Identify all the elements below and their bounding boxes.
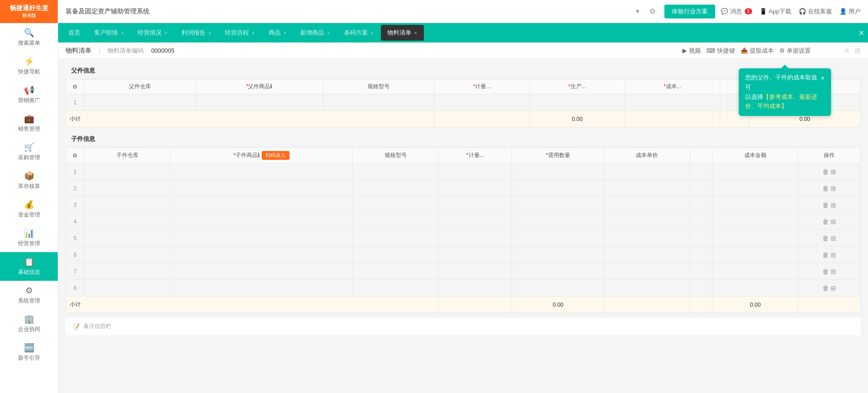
child-spec-3[interactable] xyxy=(353,197,439,213)
nav-tab-2[interactable]: 经营情况× xyxy=(131,25,174,41)
parent-production-1[interactable] xyxy=(530,94,625,111)
child-product-6[interactable] xyxy=(170,247,353,263)
nav-tab-close-5[interactable]: × xyxy=(283,30,286,36)
note-text[interactable]: 备注信息栏 xyxy=(84,322,111,330)
user-btn[interactable]: 👤 用户 xyxy=(839,7,861,16)
nav-tab-close-1[interactable]: × xyxy=(121,30,124,36)
nav-tab-1[interactable]: 客户联络× xyxy=(88,25,130,41)
child-qty-3[interactable] xyxy=(512,197,604,213)
sidebar-item-inventory[interactable]: 📦 库存核算 xyxy=(0,166,58,195)
child-spec-4[interactable] xyxy=(353,213,439,230)
child-warehouse-7[interactable] xyxy=(84,263,170,280)
parent-spec-1[interactable] xyxy=(323,94,434,111)
experience-btn[interactable]: 体验行业方案 xyxy=(664,5,715,18)
child-unit-2[interactable] xyxy=(439,180,512,197)
view-btn[interactable]: ▶ 视频 xyxy=(682,47,701,55)
nav-tab-close-3[interactable]: × xyxy=(208,30,211,36)
child-product-7[interactable] xyxy=(170,263,353,280)
child-unit-cost-1[interactable] xyxy=(604,163,690,180)
copy-icon-4[interactable]: ⊞ xyxy=(831,218,836,225)
child-unit-6[interactable] xyxy=(439,247,512,263)
nav-tab-6[interactable]: 新增商品× xyxy=(294,25,336,41)
message-btn[interactable]: 💬 消息 6 xyxy=(721,7,752,16)
sidebar-item-guide[interactable]: 🆕 新手引导 xyxy=(0,338,58,367)
dropdown-arrow-icon[interactable]: ▼ xyxy=(634,8,640,15)
child-product-2[interactable] xyxy=(170,180,353,197)
parent-warehouse-1[interactable] xyxy=(84,94,196,111)
grid-icon[interactable]: ⊞ xyxy=(855,46,861,55)
child-warehouse-2[interactable] xyxy=(84,180,170,197)
nav-tab-3[interactable]: 利润报告× xyxy=(175,25,217,41)
delete-icon-2[interactable]: 🗑 xyxy=(822,185,829,192)
child-product-5[interactable] xyxy=(170,230,353,247)
single-settings-btn[interactable]: ⚙ 单据设置 xyxy=(779,47,811,55)
delete-icon-5[interactable]: 🗑 xyxy=(822,235,829,242)
nav-tab-close-7[interactable]: × xyxy=(371,30,374,36)
delete-icon-8[interactable]: 🗑 xyxy=(822,284,829,292)
nav-tab-close-8[interactable]: × xyxy=(414,30,417,36)
app-download-btn[interactable]: 📱 App下载 xyxy=(760,7,791,16)
sidebar-item-basic-info[interactable]: 📋 基础信息 xyxy=(0,252,58,281)
child-unit-cost-6[interactable] xyxy=(604,247,690,263)
copy-icon-5[interactable]: ⊞ xyxy=(831,235,836,242)
nav-tab-4[interactable]: 经营历程× xyxy=(218,25,261,41)
child-unit-cost-3[interactable] xyxy=(604,197,690,213)
online-service-btn[interactable]: 🎧 在线客服 xyxy=(799,7,832,16)
child-product-8[interactable] xyxy=(170,280,353,296)
child-warehouse-6[interactable] xyxy=(84,247,170,263)
delete-icon-6[interactable]: 🗑 xyxy=(822,251,829,259)
child-warehouse-4[interactable] xyxy=(84,213,170,230)
scan-input-btn[interactable]: 扫码录入 xyxy=(262,151,289,160)
nav-tab-5[interactable]: 商品× xyxy=(262,25,293,41)
parent-cost-1[interactable] xyxy=(625,94,720,111)
child-unit-4[interactable] xyxy=(439,213,512,230)
copy-icon-2[interactable]: ⊞ xyxy=(831,185,836,192)
child-spec-8[interactable] xyxy=(353,280,439,296)
nav-tab-7[interactable]: 条码方案× xyxy=(338,25,380,41)
delete-icon-3[interactable]: 🗑 xyxy=(822,201,829,209)
child-unit-7[interactable] xyxy=(439,263,512,280)
sidebar-item-quick-nav[interactable]: ⚡ 快捷导航 xyxy=(0,52,58,80)
next-page-btn[interactable]: ▶ xyxy=(831,47,839,54)
parent-col-settings[interactable]: ⚙ xyxy=(66,79,84,94)
copy-icon-1[interactable]: ⊞ xyxy=(831,168,836,175)
child-warehouse-1[interactable] xyxy=(84,163,170,180)
tooltip-close-btn[interactable]: × xyxy=(821,73,825,83)
sidebar-item-marketing[interactable]: 📢 营销推广 xyxy=(0,80,58,109)
copy-icon-7[interactable]: ⊞ xyxy=(831,268,836,275)
child-unit-cost-4[interactable] xyxy=(604,213,690,230)
nav-tab-8[interactable]: 物料清单× xyxy=(381,25,423,41)
copy-icon-3[interactable]: ⊞ xyxy=(831,201,836,209)
sidebar-item-purchase[interactable]: 🛒 采购管理 xyxy=(0,138,58,166)
child-unit-cost-2[interactable] xyxy=(604,180,690,197)
child-qty-1[interactable] xyxy=(512,163,604,180)
child-qty-5[interactable] xyxy=(512,230,604,247)
child-product-4[interactable] xyxy=(170,213,353,230)
shortcut-btn[interactable]: ⌨ 快捷键 xyxy=(706,47,735,55)
sidebar-item-sales[interactable]: 💼 销售管理 xyxy=(0,109,58,138)
nav-tab-close-2[interactable]: × xyxy=(164,30,167,36)
child-spec-6[interactable] xyxy=(353,247,439,263)
view-mode-icon[interactable]: ≡ xyxy=(845,47,849,55)
child-unit-cost-8[interactable] xyxy=(604,280,690,296)
delete-icon-4[interactable]: 🗑 xyxy=(822,218,829,225)
child-unit-1[interactable] xyxy=(439,163,512,180)
nav-tab-close-4[interactable]: × xyxy=(252,30,254,36)
child-unit-3[interactable] xyxy=(439,197,512,213)
child-spec-5[interactable] xyxy=(353,230,439,247)
child-qty-4[interactable] xyxy=(512,213,604,230)
child-qty-7[interactable] xyxy=(512,263,604,280)
child-warehouse-5[interactable] xyxy=(84,230,170,247)
sidebar-item-operations[interactable]: 📊 经营管理 xyxy=(0,224,58,252)
delete-icon-7[interactable]: 🗑 xyxy=(822,268,829,275)
close-all-tabs-btn[interactable]: ✕ xyxy=(858,29,864,37)
child-warehouse-3[interactable] xyxy=(84,197,170,213)
parent-product-1[interactable] xyxy=(195,94,323,111)
child-product-3[interactable] xyxy=(170,197,353,213)
child-product-1[interactable] xyxy=(170,163,353,180)
parent-unit-1[interactable] xyxy=(434,94,530,111)
child-qty-6[interactable] xyxy=(512,247,604,263)
nav-tab-0[interactable]: 首页 xyxy=(62,25,87,41)
extract-cost-btn[interactable]: 📤 提取成本 xyxy=(741,47,774,55)
child-unit-5[interactable] xyxy=(439,230,512,247)
